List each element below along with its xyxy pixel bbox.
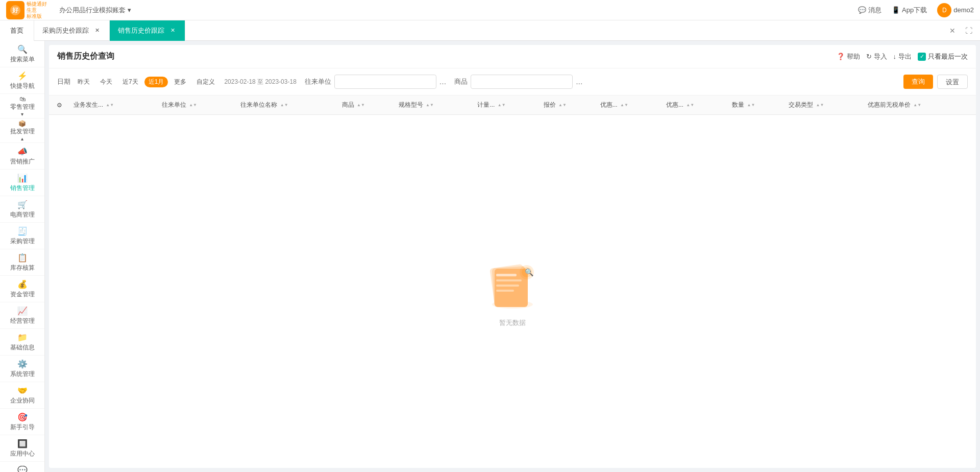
sidebar-item-sales[interactable]: 📊 销售管理 [0, 170, 44, 196]
table-col-quoted-price: 报价 ▲▼ [540, 96, 596, 115]
date-tab-custom[interactable]: 自定义 [192, 77, 219, 87]
export-label: 导出 [898, 52, 912, 61]
sort-icon-unit[interactable]: ▲▼ [498, 103, 506, 107]
close-tab-button[interactable]: ✕ [945, 23, 960, 38]
date-tab-7days[interactable]: 近7天 [118, 77, 142, 87]
page-actions: ❓ 帮助 ↻ 导入 ↓ 导出 ✓ 只看最后一次 [837, 52, 968, 61]
gear-icon[interactable]: ⚙ [57, 102, 62, 109]
tab-purchase-history-close[interactable]: ✕ [93, 27, 101, 35]
col-pretax-price-label: 优惠前无税单价 [868, 101, 911, 108]
account-selector[interactable]: 办公用品行业模拟账套 ▾ [59, 6, 133, 15]
sidebar-item-ecommerce[interactable]: 🛒 电商管理 [0, 196, 44, 223]
sidebar-item-purchase[interactable]: 🧾 采购管理 [0, 223, 44, 249]
maximize-button[interactable]: ⛶ [962, 23, 976, 38]
only-last-checkbox-group[interactable]: ✓ 只看最后一次 [918, 52, 968, 61]
tab-bar: 首页 采购历史价跟踪 ✕ 销售历史价跟踪 ✕ ✕ ⛶ [0, 20, 980, 41]
empty-illustration: 🔍 [482, 256, 543, 312]
sidebar-item-wholesale-label: 批发管理 [10, 127, 35, 136]
product-filter-group: 商品 ... [454, 75, 582, 89]
retail-icon: 🛍 [19, 96, 26, 103]
sidebar-item-search[interactable]: 🔍 搜索菜单 [0, 41, 44, 67]
sidebar-item-shortcut-label: 快捷导航 [10, 82, 35, 90]
product-input-trigger[interactable]: ... [576, 77, 582, 86]
sidebar-item-wechat[interactable]: 💬 企业微信 [0, 462, 44, 472]
tab-sales-history[interactable]: 销售历史价跟踪 ✕ [110, 20, 185, 41]
retail-chevron-icon: ▾ [21, 111, 23, 117]
date-tab-more[interactable]: 更多 [170, 77, 190, 87]
table-header-wrapper: ⚙ 业务发生... ▲▼ 往来单位 ▲▼ [49, 96, 976, 115]
page-title: 销售历史价查询 [57, 51, 114, 62]
export-button[interactable]: ↓ 导出 [893, 52, 912, 61]
search-icon: 🔍 [17, 44, 28, 54]
data-table-section: ⚙ 业务发生... ▲▼ 往来单位 ▲▼ [49, 96, 976, 468]
sidebar-item-inventory[interactable]: 📋 库存核算 [0, 249, 44, 276]
page-header: 销售历史价查询 ❓ 帮助 ↻ 导入 ↓ 导出 ✓ [49, 45, 976, 68]
empty-state: 🔍 暂无数据 [49, 115, 976, 468]
partner-input-trigger[interactable]: ... [439, 77, 446, 86]
query-button[interactable]: 查询 [903, 75, 933, 89]
svg-rect-6 [496, 274, 517, 276]
col-spec-label: 规格型号 [399, 101, 423, 108]
date-tab-yesterday[interactable]: 昨天 [74, 77, 94, 87]
user-menu[interactable]: D demo2 [937, 3, 974, 17]
sort-icon-pretax-price[interactable]: ▲▼ [913, 103, 921, 107]
main-content: 销售历史价查询 ❓ 帮助 ↻ 导入 ↓ 导出 ✓ [45, 41, 980, 472]
sort-icon-business-date[interactable]: ▲▼ [106, 103, 114, 107]
sidebar-item-cooperation[interactable]: 🤝 企业协同 [0, 382, 44, 409]
sidebar-item-sales-label: 销售管理 [10, 184, 35, 193]
tab-sales-history-close[interactable]: ✕ [168, 27, 177, 35]
date-tab-today[interactable]: 今天 [96, 77, 116, 87]
sort-icon-discount1[interactable]: ▲▼ [620, 103, 628, 107]
sort-icon-partner-name[interactable]: ▲▼ [280, 103, 288, 107]
partner-input[interactable] [334, 75, 436, 89]
tab-home[interactable]: 首页 [0, 20, 34, 41]
date-tab-1month[interactable]: 近1月 [144, 77, 168, 87]
wholesale-icon: 📦 [18, 120, 26, 127]
table-col-partner-code: 往来单位 ▲▼ [158, 96, 237, 115]
only-last-checkbox[interactable]: ✓ [918, 53, 926, 61]
col-partner-code-label: 往来单位 [162, 101, 186, 108]
tab-sales-history-label: 销售历史价跟踪 [118, 26, 164, 35]
logo-icon: 好 [6, 1, 24, 19]
main-layout: 🔍 搜索菜单 ⚡ 快捷导航 🛍 零售管理 ▾ 📦 批发管理 ▴ 📣 营销推广 📊… [0, 41, 980, 472]
download-icon: 📱 [892, 6, 900, 14]
marketing-icon: 📣 [17, 147, 28, 156]
sidebar-item-finance-label: 资金管理 [10, 290, 35, 299]
sidebar-item-wholesale[interactable]: 📦 批发管理 ▴ [0, 119, 44, 143]
sidebar-item-guide[interactable]: 🎯 新手引导 [0, 409, 44, 435]
sort-icon-spec[interactable]: ▲▼ [426, 103, 434, 107]
setting-button[interactable]: 设置 [937, 75, 968, 89]
sort-icon-discount2[interactable]: ▲▼ [686, 103, 694, 107]
sort-icon-product[interactable]: ▲▼ [357, 103, 365, 107]
sidebar-item-apps[interactable]: 🔲 应用中心 [0, 435, 44, 462]
table-col-product: 商品 ▲▼ [338, 96, 395, 115]
apps-icon: 🔲 [17, 439, 28, 449]
tab-purchase-history[interactable]: 采购历史价跟踪 ✕ [34, 20, 110, 41]
sidebar-item-system[interactable]: ⚙️ 系统管理 [0, 356, 44, 382]
app-download-button[interactable]: 📱 App下载 [892, 6, 927, 15]
svg-text:🔍: 🔍 [525, 268, 534, 277]
message-button[interactable]: 💬 消息 [858, 6, 881, 15]
table-col-trade-type: 交易类型 ▲▼ [785, 96, 864, 115]
sidebar-item-basic-info[interactable]: 📁 基础信息 [0, 329, 44, 356]
sidebar-item-finance[interactable]: 💰 资金管理 [0, 276, 44, 302]
ecommerce-icon: 🛒 [17, 200, 28, 209]
empty-text: 暂无数据 [499, 318, 526, 327]
sidebar-item-operations-label: 经营管理 [10, 317, 35, 325]
import-button[interactable]: ↻ 导入 [866, 52, 887, 61]
svg-text:好: 好 [12, 7, 19, 14]
shortcut-icon: ⚡ [17, 71, 28, 81]
sort-icon-trade-type[interactable]: ▲▼ [816, 103, 824, 107]
filter-bar: 日期 昨天 今天 近7天 近1月 更多 自定义 2023-02-18 至 202… [49, 68, 976, 96]
sidebar-item-operations[interactable]: 📈 经营管理 [0, 302, 44, 329]
help-button[interactable]: ❓ 帮助 [837, 52, 860, 61]
system-icon: ⚙️ [17, 359, 28, 369]
sort-icon-quantity[interactable]: ▲▼ [747, 103, 755, 107]
sidebar-item-marketing[interactable]: 📣 营销推广 [0, 143, 44, 170]
page-content: 销售历史价查询 ❓ 帮助 ↻ 导入 ↓ 导出 ✓ [49, 45, 976, 468]
sidebar-item-shortcut[interactable]: ⚡ 快捷导航 [0, 67, 44, 94]
sidebar-item-retail[interactable]: 🛍 零售管理 ▾ [0, 94, 44, 119]
product-input[interactable] [471, 75, 573, 89]
sort-icon-partner-code[interactable]: ▲▼ [189, 103, 197, 107]
sort-icon-quoted-price[interactable]: ▲▼ [558, 103, 567, 107]
